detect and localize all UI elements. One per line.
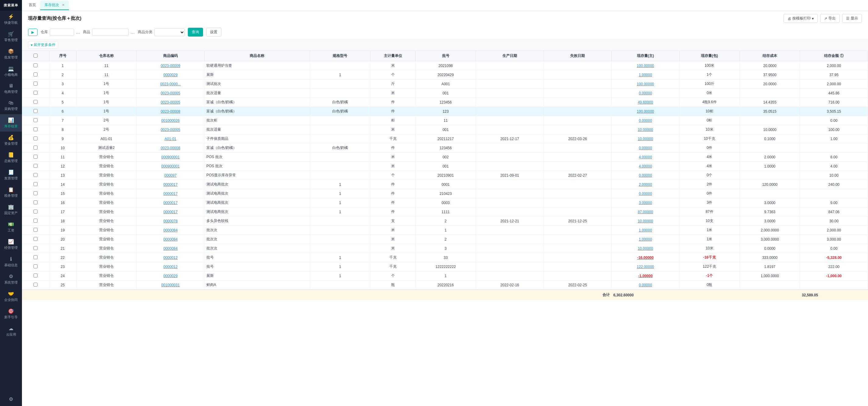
table-cell[interactable]: 0000084 bbox=[136, 244, 205, 253]
table-cell[interactable] bbox=[22, 107, 49, 116]
sidebar-item-基础信息[interactable]: ℹ 基础信息 bbox=[0, 253, 22, 270]
table-cell[interactable] bbox=[22, 162, 49, 171]
row-checkbox[interactable] bbox=[34, 283, 37, 286]
table-cell[interactable]: -1.00000 bbox=[612, 271, 680, 280]
table-cell[interactable]: 0023-00008 bbox=[136, 107, 205, 116]
table-cell[interactable]: 0000017 bbox=[136, 207, 205, 216]
sidebar-item-发票管理[interactable]: 🧾 发票管理 bbox=[0, 166, 22, 184]
sidebar-item-批发管理[interactable]: 📦 批发管理 bbox=[0, 45, 22, 63]
table-cell[interactable]: 001000031 bbox=[136, 280, 205, 290]
sidebar-settings[interactable]: ⚙ bbox=[0, 393, 22, 406]
table-cell[interactable]: 4.00000 bbox=[612, 153, 680, 162]
table-cell[interactable]: 87.00000 bbox=[612, 207, 680, 216]
table-cell[interactable]: A01-01 bbox=[136, 134, 205, 143]
table-cell[interactable]: 000900001 bbox=[136, 162, 205, 171]
table-cell[interactable]: 0000012 bbox=[136, 262, 205, 271]
table-cell[interactable]: -16.00000 bbox=[612, 253, 680, 262]
row-checkbox[interactable] bbox=[34, 228, 37, 232]
table-cell[interactable] bbox=[22, 198, 49, 207]
display-btn[interactable]: ☰ 显示 bbox=[842, 14, 862, 23]
table-cell[interactable] bbox=[22, 207, 49, 216]
row-checkbox[interactable] bbox=[34, 164, 37, 168]
table-cell[interactable]: 0023-0000... bbox=[136, 79, 205, 89]
row-checkbox[interactable] bbox=[34, 191, 37, 195]
table-cell[interactable]: 000097 bbox=[136, 171, 205, 180]
warehouse-input[interactable] bbox=[50, 29, 74, 36]
table-cell[interactable]: 0023-00005 bbox=[136, 98, 205, 107]
table-cell[interactable]: 0.00000 bbox=[612, 116, 680, 125]
select-all-checkbox[interactable] bbox=[34, 54, 37, 58]
table-cell[interactable]: 0000017 bbox=[136, 198, 205, 207]
search-btn[interactable]: 查询 bbox=[188, 28, 203, 37]
table-cell[interactable]: 100.00000 bbox=[612, 107, 680, 116]
row-checkbox[interactable] bbox=[34, 255, 37, 259]
row-checkbox[interactable] bbox=[34, 127, 37, 131]
table-cell[interactable]: 100.00000 bbox=[612, 61, 680, 70]
row-checkbox[interactable] bbox=[34, 63, 37, 67]
table-cell[interactable]: 0000029 bbox=[136, 271, 205, 280]
row-checkbox[interactable] bbox=[34, 273, 37, 277]
row-checkbox[interactable] bbox=[34, 246, 37, 250]
table-cell[interactable]: 10.00000 bbox=[612, 134, 680, 143]
table-cell[interactable]: 3.00000 bbox=[612, 198, 680, 207]
table-cell[interactable] bbox=[22, 180, 49, 189]
table-cell[interactable]: 0.00000 bbox=[612, 89, 680, 98]
row-checkbox[interactable] bbox=[34, 109, 37, 113]
row-checkbox[interactable] bbox=[34, 81, 37, 86]
table-cell[interactable] bbox=[22, 134, 49, 143]
table-cell[interactable]: 0.00000 bbox=[612, 280, 680, 290]
sidebar-item-采购管理[interactable]: 🛍 采购管理 bbox=[0, 97, 22, 114]
table-cell[interactable]: 49.60000 bbox=[612, 98, 680, 107]
print-btn[interactable]: 🖨 按模板打印 ▾ bbox=[783, 14, 818, 23]
table-cell[interactable] bbox=[22, 116, 49, 125]
row-checkbox[interactable] bbox=[34, 209, 37, 213]
row-checkbox[interactable] bbox=[34, 136, 37, 140]
tab-inventory-batch[interactable]: 库存批次 ✕ bbox=[40, 1, 69, 10]
row-checkbox[interactable] bbox=[34, 219, 37, 223]
table-cell[interactable] bbox=[22, 216, 49, 226]
tab-close-icon[interactable]: ✕ bbox=[62, 3, 65, 7]
table-cell[interactable]: 0.00000 bbox=[612, 189, 680, 198]
row-checkbox[interactable] bbox=[34, 145, 37, 149]
table-cell[interactable]: 100.00000 bbox=[612, 79, 680, 89]
table-cell[interactable] bbox=[22, 125, 49, 134]
table-cell[interactable]: 0023-00009 bbox=[136, 61, 205, 70]
sidebar-item-总账管理[interactable]: 📒 总账管理 bbox=[0, 149, 22, 166]
table-cell[interactable]: 000900001 bbox=[136, 153, 205, 162]
sidebar-item-经营管理[interactable]: 📈 经营管理 bbox=[0, 236, 22, 253]
table-cell[interactable]: 122.00000 bbox=[612, 262, 680, 271]
table-cell[interactable]: 4.00000 bbox=[612, 162, 680, 171]
sidebar-item-系统管理[interactable]: ⚙ 系统管理 bbox=[0, 270, 22, 288]
sidebar-item-电商管理[interactable]: 🖥 电商管理 bbox=[0, 80, 22, 97]
table-cell[interactable] bbox=[22, 235, 49, 244]
table-cell[interactable]: 0000017 bbox=[136, 180, 205, 189]
table-cell[interactable]: 0023-00005 bbox=[136, 89, 205, 98]
table-cell[interactable]: 0023-00005 bbox=[136, 125, 205, 134]
table-cell[interactable]: 0.00000 bbox=[612, 143, 680, 153]
table-cell[interactable]: 10.00000 bbox=[612, 125, 680, 134]
expand-conditions-btn[interactable]: ▾ 展开更多条件 bbox=[28, 41, 58, 49]
table-cell[interactable]: 1.00000 bbox=[612, 226, 680, 235]
table-cell[interactable]: 1.00000 bbox=[612, 70, 680, 79]
row-checkbox[interactable] bbox=[34, 155, 37, 159]
row-checkbox[interactable] bbox=[34, 264, 37, 268]
row-checkbox[interactable] bbox=[34, 72, 37, 76]
sidebar-item-小额电商[interactable]: 💻 小额电商 bbox=[0, 63, 22, 80]
set-btn[interactable]: 设置 bbox=[206, 28, 221, 37]
table-cell[interactable] bbox=[22, 143, 49, 153]
table-cell[interactable]: 0000078 bbox=[136, 216, 205, 226]
table-cell[interactable] bbox=[22, 189, 49, 198]
row-checkbox[interactable] bbox=[34, 91, 37, 95]
table-cell[interactable]: 1.00000 bbox=[612, 235, 680, 244]
sidebar-item-工资[interactable]: 💵 工资 bbox=[0, 218, 22, 236]
table-cell[interactable] bbox=[22, 226, 49, 235]
table-cell[interactable]: 0000017 bbox=[136, 189, 205, 198]
sidebar-item-资金管理[interactable]: 💰 资金管理 bbox=[0, 132, 22, 149]
table-cell[interactable] bbox=[22, 70, 49, 79]
product-input[interactable] bbox=[92, 29, 129, 36]
row-checkbox[interactable] bbox=[34, 118, 37, 122]
table-cell[interactable] bbox=[22, 98, 49, 107]
export-btn[interactable]: ↗ 导出 bbox=[820, 14, 840, 23]
table-cell[interactable] bbox=[22, 153, 49, 162]
category-select[interactable] bbox=[154, 28, 185, 36]
